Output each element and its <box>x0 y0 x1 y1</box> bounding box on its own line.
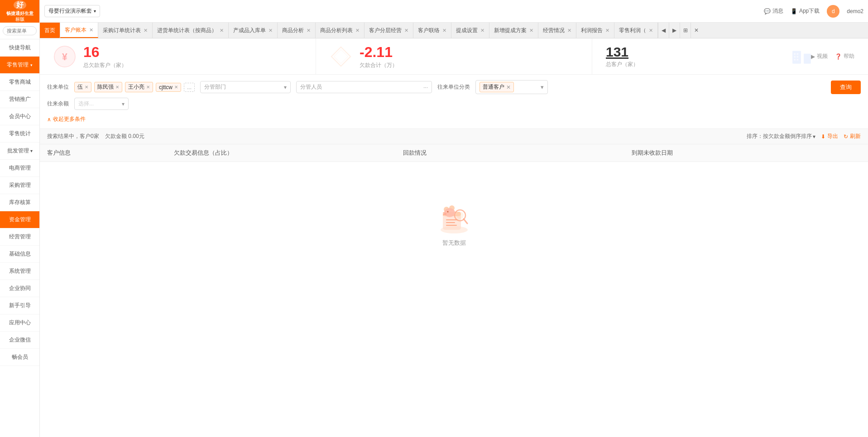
tab-home-label: 首页 <box>44 27 55 34</box>
tabbar: 首页 客户账本 ✕ 采购订单统计表 ✕ 进货单统计表（按商品） ✕ 产成品入库单… <box>40 23 868 38</box>
col-debt-info: 欠款交易信息（占比） <box>174 149 403 157</box>
unit-tag-wu-close[interactable]: ✕ <box>85 85 88 90</box>
tab-retail-profit[interactable]: 零售利润（ ✕ <box>614 23 658 38</box>
sidebar-item-member-center[interactable]: 会员中心 <box>0 108 39 125</box>
sidebar-item-quick-nav[interactable]: 快捷导航 <box>0 39 39 57</box>
page-area: ¥ 16 总欠款客户（家） -2.11 欠款合计（万 <box>40 38 868 437</box>
remainder-dropdown[interactable]: 选择... ▾ <box>74 98 129 110</box>
sidebar-item-inventory[interactable]: 库存核算 <box>0 194 39 211</box>
tab-close-biz-situation[interactable]: ✕ <box>567 28 571 33</box>
tab-product-entry[interactable]: 产成品入库单 ✕ <box>229 23 278 38</box>
app-name: 畅捷通好生意 <box>6 10 34 16</box>
tab-close-customer-account[interactable]: ✕ <box>89 27 93 33</box>
refresh-label: 刷新 <box>850 133 861 140</box>
tab-prev-btn[interactable]: ◀ <box>658 23 669 38</box>
tab-customer-contact[interactable]: 客户联络 ✕ <box>413 23 451 38</box>
tab-close-all-btn[interactable]: ✕ <box>691 23 701 38</box>
empty-text: 暂无数据 <box>442 239 466 247</box>
stat-label-customers: 总欠款客户（家） <box>83 62 127 69</box>
tab-purchase-order[interactable]: 采购订单统计表 ✕ <box>98 23 153 38</box>
unit-tag-chen[interactable]: 陈民强 ✕ <box>94 82 122 92</box>
tab-product-analysis[interactable]: 商品分析 ✕ <box>278 23 316 38</box>
tab-customer-tier[interactable]: 客户分层经营 ✕ <box>364 23 413 38</box>
tab-product-analysis-list[interactable]: 商品分析列表 ✕ <box>316 23 364 38</box>
avatar[interactable]: d <box>827 5 839 18</box>
person-input[interactable]: 分管人员 ··· <box>296 81 432 93</box>
tab-close-purchase-order[interactable]: ✕ <box>144 28 148 33</box>
search-input[interactable] <box>3 26 37 35</box>
sidebar-item-new-guide[interactable]: 新手引导 <box>0 297 39 314</box>
filter-row-2: 往来余额 选择... ▾ <box>47 98 861 110</box>
category-dropdown[interactable]: 普通客户 ✕ ▾ <box>475 80 548 94</box>
sidebar-item-sys-mgmt[interactable]: 系统管理 <box>0 263 39 280</box>
tab-close-purchase-stats[interactable]: ✕ <box>220 28 224 33</box>
tab-close-customer-contact[interactable]: ✕ <box>442 28 446 33</box>
tab-close-profit-report[interactable]: ✕ <box>605 28 609 33</box>
tab-product-analysis-list-label: 商品分析列表 <box>320 27 353 34</box>
svg-point-19 <box>456 212 464 219</box>
stat-info-customers: 16 总欠款客户（家） <box>83 44 127 69</box>
sidebar-item-enterprise-wechat[interactable]: 企业微信 <box>0 332 39 349</box>
sidebar-item-operations[interactable]: 经营管理 <box>0 228 39 246</box>
stat-actions: ▶ 视频 ❓ 帮助 <box>811 52 854 60</box>
unit-tag-wang-close[interactable]: ✕ <box>146 85 150 90</box>
unit-tag-wu[interactable]: 伍 ✕ <box>74 82 91 92</box>
sidebar-item-enterprise-coop[interactable]: 企业协同 <box>0 280 39 297</box>
category-chip-label: 普通客户 <box>483 83 504 91</box>
tab-biz-situation[interactable]: 经营情况 ✕ <box>538 23 576 38</box>
tab-menu-btn[interactable]: ⊞ <box>680 23 691 38</box>
collapse-button[interactable]: ∧ 收起更多条件 <box>47 115 861 123</box>
sidebar-item-retail-stats[interactable]: 零售统计 <box>0 125 39 142</box>
unit-tag-wang[interactable]: 王小亮 ✕ <box>125 82 153 92</box>
sort-button[interactable]: 排序：按欠款金额倒序排序 ▾ <box>747 133 815 140</box>
refresh-icon: ↻ <box>844 133 848 140</box>
account-selector[interactable]: 母婴行业演示帐套 ▾ <box>44 5 100 17</box>
sidebar-item-batch-mgmt[interactable]: 批发管理 ▾ <box>0 142 39 160</box>
stat-value-total: 131 <box>606 44 638 60</box>
video-label: 视频 <box>817 52 828 60</box>
export-label: 导出 <box>827 133 838 140</box>
app-download-btn[interactable]: 📱 App下载 <box>791 7 820 15</box>
tab-purchase-stats[interactable]: 进货单统计表（按商品） ✕ <box>153 23 229 38</box>
sidebar-item-purchase[interactable]: 采购管理 <box>0 177 39 194</box>
tab-profit-report[interactable]: 利润报告 ✕ <box>576 23 614 38</box>
unit-tag-cjttcw[interactable]: cjttcw ✕ <box>156 83 181 92</box>
unit-tag-cjttcw-close[interactable]: ✕ <box>174 85 178 90</box>
tab-biz-situation-label: 经营情况 <box>543 27 565 34</box>
message-btn[interactable]: 💬 消息 <box>764 7 783 15</box>
tab-close-customer-tier[interactable]: ✕ <box>404 28 408 33</box>
tab-close-new-promotion[interactable]: ✕ <box>529 28 533 33</box>
tab-close-promotion-settings[interactable]: ✕ <box>480 28 484 33</box>
sidebar-search-area <box>0 23 39 39</box>
sidebar-item-ecommerce[interactable]: 电商管理 <box>0 160 39 177</box>
sidebar-item-app-center[interactable]: 应用中心 <box>0 314 39 332</box>
help-action-btn[interactable]: ❓ 帮助 <box>835 52 854 60</box>
sidebar-item-vip-member[interactable]: 畅会员 <box>0 349 39 366</box>
tab-close-product-analysis-list[interactable]: ✕ <box>355 28 360 33</box>
stat-info-debt: -2.11 欠款合计（万） <box>360 44 398 69</box>
remainder-label: 往来余额 <box>47 100 69 108</box>
sidebar-item-retail-mall[interactable]: 零售商城 <box>0 74 39 91</box>
filter-area: 往来单位 伍 ✕ 陈民强 ✕ 王小亮 ✕ cjttcw <box>40 75 868 129</box>
category-chip-close[interactable]: ✕ <box>506 84 511 90</box>
export-button[interactable]: ⬇ 导出 <box>821 133 838 140</box>
tab-close-retail-profit[interactable]: ✕ <box>649 28 653 33</box>
tab-next-btn[interactable]: ▶ <box>669 23 680 38</box>
dept-dropdown[interactable]: 分管部门 ▾ <box>200 81 291 93</box>
sidebar-item-marketing[interactable]: 营销推广 <box>0 91 39 108</box>
tab-promotion-settings[interactable]: 提成设置 ✕ <box>451 23 489 38</box>
unit-tag-more[interactable]: ... <box>184 83 195 92</box>
tab-close-product-analysis[interactable]: ✕ <box>307 28 311 33</box>
sidebar-item-retail-mgmt[interactable]: 零售管理 ▾ <box>0 57 39 74</box>
refresh-button[interactable]: ↻ 刷新 <box>844 133 861 140</box>
sidebar-item-finance[interactable]: 资金管理 <box>0 211 39 228</box>
tab-customer-account[interactable]: 客户账本 ✕ <box>60 23 98 38</box>
results-right: 排序：按欠款金额倒序排序 ▾ ⬇ 导出 ↻ 刷新 <box>747 133 861 140</box>
unit-tag-chen-close[interactable]: ✕ <box>115 85 119 90</box>
tab-new-promotion[interactable]: 新增提成方案 ✕ <box>489 23 538 38</box>
query-button[interactable]: 查询 <box>831 81 861 94</box>
tab-close-product-entry[interactable]: ✕ <box>269 28 273 33</box>
tab-home[interactable]: 首页 <box>40 23 60 38</box>
svg-rect-9 <box>797 56 799 57</box>
sidebar-item-basic-info[interactable]: 基础信息 <box>0 246 39 263</box>
